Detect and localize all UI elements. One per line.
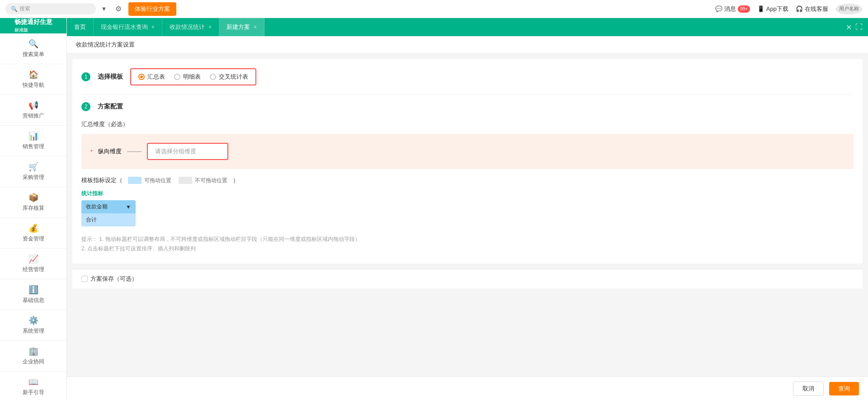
sidebar-item-purchase[interactable]: 🛒 采购管理 [0,156,66,187]
metric-card-total-label: 合计 [86,216,97,223]
sidebar-item-label-finance: 资金管理 [23,235,44,243]
tab-bank-flow-close-icon[interactable]: × [151,24,155,30]
search-icon: 🔍 [11,6,18,12]
finance-icon: 💰 [28,223,38,233]
sidebar-item-marketing[interactable]: 📢 营销推广 [0,95,66,126]
dimension-row-label: 纵向维度 [98,147,122,155]
sidebar-item-system[interactable]: ⚙️ 系统管理 [0,310,66,341]
search-dropdown-icon[interactable]: ▼ [99,5,108,14]
radio-detail-table[interactable]: 明细表 [174,73,201,81]
legend-non-draggable-item: 不可拖动位置 [179,177,227,184]
sidebar-item-operations[interactable]: 📈 经营管理 [0,249,66,279]
purchase-icon: 🛒 [28,162,38,172]
sidebar-item-label-sales: 销售管理 [23,143,44,151]
radio-summary-table-btn[interactable] [138,74,145,80]
sidebar-item-label-inventory: 库存核算 [23,204,44,212]
metrics-legend: 可拖动位置 不可拖动位置 [128,177,227,184]
save-checkbox[interactable] [81,276,88,282]
legend-draggable-item: 可拖动位置 [128,177,171,184]
cancel-button[interactable]: 取消 [793,381,824,396]
breadcrumb: 收款情况统计方案设置 [67,36,868,54]
section1-row: 1 选择模板 汇总表 明细表 交叉统计表 [81,68,854,85]
metric-card-collection-header[interactable]: 收款金额 ▼ [81,200,136,213]
legend-draggable-label: 可拖动位置 [144,177,171,184]
sidebar-item-basic[interactable]: ℹ️ 基础信息 [0,279,66,310]
dimension-row: * 纵向维度 —— 请选择分组维度 [90,143,844,160]
tip1-text: 提示： 1. 拖动标题栏可以调整布局，不可跨维度或指标区域拖动栏目字段（只能在同… [81,235,854,243]
radio-cross-table-label: 交叉统计表 [219,73,248,81]
form-section: 1 选择模板 汇总表 明细表 交叉统计表 [72,59,863,264]
tab-collection-stats[interactable]: 收款情况统计 × [162,18,219,36]
sidebar-logo: 畅捷通好生意 标准版 [0,18,66,33]
dimension-area: * 纵向维度 —— 请选择分组维度 [81,134,854,169]
download-item[interactable]: 📱 App下载 [757,5,788,13]
metrics-section-label: 统计指标 [81,190,854,198]
sidebar-item-label-nav: 快捷导航 [23,81,44,89]
sidebar-item-inventory[interactable]: 📦 库存核算 [0,187,66,218]
sidebar: 畅捷通好生意 标准版 🔍 搜索菜单 🏠 快捷导航 📢 营销推广 📊 销售管理 🛒… [0,18,67,400]
radio-summary-table[interactable]: 汇总表 [138,73,165,81]
sidebar-item-sales[interactable]: 📊 销售管理 [0,126,66,156]
radio-cross-table-btn[interactable] [210,74,216,80]
top-bar: 🔍 搜索 ▼ ⚙ 体验行业方案 💬 消息 99+ 📱 App下载 🎧 在线客服 … [0,0,868,18]
tab-close-window-icon[interactable]: ✕ [846,23,852,32]
bottom-action-bar: 取消 查询 [67,376,868,400]
tab-new-plan-close-icon[interactable]: × [254,24,257,30]
settings-gear-icon[interactable]: ⚙ [112,3,125,15]
messages-badge: 99+ [738,5,750,13]
logo-text: 畅捷通好生意 [14,18,52,26]
sidebar-item-nav[interactable]: 🏠 快捷导航 [0,64,66,95]
dimension-selector[interactable]: 请选择分组维度 [147,143,228,160]
sidebar-item-label-marketing: 营销推广 [23,112,44,120]
dimension-selector-placeholder: 请选择分组维度 [155,148,196,155]
sidebar-item-enterprise[interactable]: 🏢 企业协同 [0,341,66,372]
tab-collection-stats-close-icon[interactable]: × [208,24,212,30]
section2-title: 方案配置 [98,103,123,111]
metrics-header: 模板指标设定（ 可拖动位置 不可拖动位置 [81,176,854,184]
metrics-grid: 统计指标 收款金额 ▼ 合计 [81,190,854,226]
tips-section: 提示： 1. 拖动标题栏可以调整布局，不可跨维度或指标区域拖动栏目字段（只能在同… [81,235,854,253]
main-layout: 畅捷通好生意 标准版 🔍 搜索菜单 🏠 快捷导航 📢 营销推广 📊 销售管理 🛒… [0,18,868,400]
tab-bank-flow[interactable]: 现金银行流水查询 × [94,18,162,36]
enterprise-icon: 🏢 [28,346,38,356]
page-content: 收款情况统计方案设置 1 选择模板 汇总表 明细表 [67,36,868,400]
radio-detail-table-btn[interactable] [174,74,180,80]
tab-home[interactable]: 首页 [67,18,94,36]
messages-item[interactable]: 💬 消息 99+ [715,5,750,13]
legend-draggable-box [128,177,142,184]
sidebar-item-label-enterprise: 企业协同 [23,358,44,366]
metric-card-collection-body: 合计 [81,213,136,226]
section-divider [81,94,854,95]
section1-num: 1 [81,72,90,81]
sidebar-item-search[interactable]: 🔍 搜索菜单 [0,33,66,64]
logo-sub: 标准版 [14,27,52,33]
support-label: 在线客服 [805,5,828,13]
radio-cross-table[interactable]: 交叉统计表 [210,73,248,81]
sidebar-item-guide[interactable]: 📖 新手引导 [0,372,66,400]
tab-maximize-icon[interactable]: ⛶ [855,23,863,31]
marketing-icon: 📢 [28,100,38,110]
tab-bar-right: ✕ ⛶ [846,23,868,32]
tab-new-plan[interactable]: 新建方案 × [219,18,264,36]
content-area: 首页 现金银行流水查询 × 收款情况统计 × 新建方案 × ✕ ⛶ 收款情况统计… [67,18,868,400]
support-item[interactable]: 🎧 在线客服 [796,5,828,13]
metric-card-collection: 收款金额 ▼ 合计 [81,200,136,226]
top-search[interactable]: 🔍 搜索 [5,3,96,14]
section2-num: 2 [81,102,90,111]
metric-card-dropdown-icon[interactable]: ▼ [126,204,131,210]
sidebar-item-finance[interactable]: 💰 资金管理 [0,218,66,249]
save-checkbox-label: 方案保存（可选） [90,275,137,283]
download-label: App下载 [766,5,788,13]
save-checkbox-item[interactable]: 方案保存（可选） [81,275,137,283]
radio-summary-table-label: 汇总表 [147,73,165,81]
inventory-icon: 📦 [28,193,38,202]
industry-btn[interactable]: 体验行业方案 [128,2,176,16]
top-bar-right: 💬 消息 99+ 📱 App下载 🎧 在线客服 用户名称 [715,4,863,14]
messages-label: 消息 [724,5,736,13]
user-avatar[interactable]: 用户名称 [835,4,863,14]
download-icon: 📱 [757,5,764,12]
tab-bank-flow-label: 现金银行流水查询 [101,23,148,31]
section2-header-row: 2 方案配置 [81,102,854,111]
query-button[interactable]: 查询 [829,382,859,395]
required-star: * [90,148,93,155]
